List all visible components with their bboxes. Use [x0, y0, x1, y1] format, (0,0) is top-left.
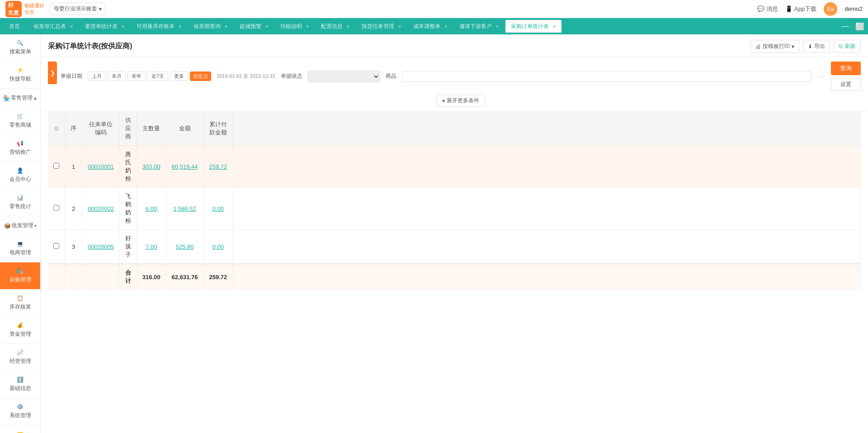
cell-paid[interactable]: 259.72: [203, 146, 233, 188]
col-settings[interactable]: ⚙: [48, 112, 65, 146]
tab-overstock-alert[interactable]: 超储预警 ✕: [234, 20, 274, 33]
date-btn-this-year[interactable]: 本年: [127, 71, 146, 81]
sidebar-item-finance[interactable]: 💰 资金管理: [0, 317, 40, 344]
close-icon[interactable]: ✕: [306, 24, 309, 29]
tab-order-summary[interactable]: 要货单统计表 ✕: [80, 20, 130, 33]
sidebar-item-member[interactable]: 👤 会员中心: [0, 162, 40, 189]
cell-paid[interactable]: 0.00: [203, 188, 233, 230]
sidebar: 🔍 搜索菜单 ⚡ 快捷导航 🏪 零售管理 ▲ 🛒 零售商城 📢 营销推广 👤 会…: [0, 34, 41, 433]
tab-available-stock[interactable]: 可用量库存账本 ✕: [131, 20, 187, 33]
refresh-button[interactable]: ↻ 刷新: [834, 40, 861, 53]
cell-quantity[interactable]: 7.00: [137, 230, 166, 264]
sidebar-item-retail-mall[interactable]: 🛒 零售商城: [0, 108, 40, 135]
col-paid: 累计付款金额: [203, 112, 233, 146]
row-checkbox[interactable]: [53, 243, 59, 249]
header-actions: 🖨 按模板打印 ▾ ⬇ 导出 ↻ 刷新: [750, 40, 861, 53]
table-footer: 合计 316.00 62,631.76 259.72: [48, 264, 861, 290]
sidebar-item-operations[interactable]: 📈 经营管理: [0, 344, 40, 371]
more-options-icon[interactable]: ···: [817, 72, 826, 81]
tab-receive-summary[interactable]: 收发存汇总表 ✕: [28, 20, 79, 33]
tab-home[interactable]: 首页: [2, 20, 27, 33]
sidebar-item-label: 快捷导航: [9, 75, 31, 83]
cell-quantity[interactable]: 6.00: [137, 188, 166, 230]
message-button[interactable]: 💬 消息: [757, 5, 778, 13]
cell-unit-code[interactable]: 00020002: [82, 188, 120, 230]
sidebar-item-inventory[interactable]: 📋 库存核算: [0, 290, 40, 317]
expand-more-button[interactable]: ▾ 展开更多条件: [436, 95, 485, 107]
avatar: Ea: [824, 2, 837, 16]
close-icon[interactable]: ✕: [178, 24, 182, 29]
template-print-button[interactable]: 🖨 按模板打印 ▾: [750, 40, 799, 53]
cell-amount[interactable]: 525.80: [166, 230, 203, 264]
footer-amount: 62,631.76: [166, 264, 203, 290]
sidebar-item-label: 电商管理: [9, 249, 31, 257]
minimize-icon[interactable]: —: [840, 21, 851, 31]
cell-amount[interactable]: 1,586.52: [166, 188, 203, 230]
tab-invite-customer[interactable]: 邀请下游客户 ✕: [454, 20, 505, 33]
sidebar-item-retail-stats[interactable]: 📊 零售统计: [0, 189, 40, 216]
tab-pick-task[interactable]: 拣货任务管理 ✕: [356, 20, 407, 33]
tab-warranty-query[interactable]: 保质期查询 ✕: [188, 20, 233, 33]
export-button[interactable]: ⬇ 导出: [803, 40, 830, 53]
cell-unit-code[interactable]: 00020005: [82, 230, 120, 264]
query-button[interactable]: 查询: [831, 62, 861, 75]
date-btn-last-month[interactable]: 上月: [88, 71, 106, 81]
status-select[interactable]: [308, 71, 380, 82]
sidebar-item-shortcut[interactable]: ⚡ 快捷导航: [0, 62, 40, 89]
close-icon[interactable]: ✕: [552, 24, 556, 29]
cell-no: 2: [65, 188, 82, 230]
logo-area: 好生意 畅捷通好生意: [5, 1, 46, 17]
sidebar-item-enterprise[interactable]: 🤝 企业协同: [0, 425, 40, 433]
date-btn-this-month[interactable]: 本月: [108, 71, 126, 81]
sidebar-item-wholesale[interactable]: 📦 批发管理 ▾: [0, 216, 40, 235]
tab-function-desc[interactable]: 功能说明 ✕: [275, 20, 315, 33]
table-row: 3 00020005 好孩子 7.00 525.80 0.00: [48, 230, 861, 264]
row-checkbox[interactable]: [53, 163, 59, 169]
lightning-icon: ⚡: [17, 67, 24, 73]
sidebar-item-retail[interactable]: 🏪 零售管理 ▲: [0, 89, 40, 108]
close-icon[interactable]: ✕: [70, 24, 73, 29]
sidebar-item-marketing[interactable]: 📢 营销推广: [0, 135, 40, 162]
goods-input[interactable]: [402, 71, 811, 82]
sidebar-item-purchase[interactable]: 🛍️ 采购管理: [0, 262, 40, 290]
btn-refresh-label: 刷新: [845, 43, 856, 50]
close-icon[interactable]: ✕: [346, 24, 350, 29]
date-btn-more[interactable]: 更多: [170, 71, 188, 81]
cell-unit-code[interactable]: 00020001: [82, 146, 120, 188]
cell-amount[interactable]: 60,519.44: [166, 146, 203, 188]
date-btn-7days[interactable]: 近7天: [147, 71, 168, 81]
sidebar-item-ecommerce[interactable]: 💻 电商管理: [0, 235, 40, 262]
collapse-button[interactable]: ❯: [48, 62, 57, 84]
maximize-icon[interactable]: ⬜: [854, 21, 866, 32]
logo-text: 畅捷通好生意: [24, 3, 46, 14]
footer-extra: [233, 264, 861, 290]
close-icon[interactable]: ✕: [398, 24, 401, 29]
tab-purchase-summary[interactable]: 采购订单统计表 ✕: [505, 20, 561, 33]
user-name[interactable]: demo2: [844, 5, 863, 12]
row-checkbox[interactable]: [53, 205, 59, 211]
cell-checkbox[interactable]: [48, 230, 65, 264]
close-icon[interactable]: ✕: [121, 24, 125, 29]
cell-checkbox[interactable]: [48, 146, 65, 188]
close-icon[interactable]: ✕: [444, 24, 448, 29]
tab-cost-adjust[interactable]: 成本调整单 ✕: [408, 20, 453, 33]
cell-quantity[interactable]: 303.00: [137, 146, 166, 188]
app-download-button[interactable]: 📱 App下载: [785, 5, 816, 13]
main-layout: 🔍 搜索菜单 ⚡ 快捷导航 🏪 零售管理 ▲ 🛒 零售商城 📢 营销推广 👤 会…: [0, 34, 868, 433]
sidebar-item-system[interactable]: ⚙️ 系统管理: [0, 398, 40, 425]
logo-icon: 好生意: [5, 1, 22, 17]
footer-row: 合计 316.00 62,631.76 259.72: [48, 264, 861, 290]
workspace-selector[interactable]: 母婴行业演示账套 ▾: [50, 3, 106, 15]
cell-paid[interactable]: 0.00: [203, 230, 233, 264]
date-btn-custom[interactable]: 自定义: [190, 71, 211, 81]
cell-checkbox[interactable]: [48, 188, 65, 230]
tab-config-info[interactable]: 配置信息 ✕: [316, 20, 355, 33]
close-icon[interactable]: ✕: [495, 24, 499, 29]
date-filter-label: 单据日期: [61, 72, 82, 80]
sidebar-item-label: 资金管理: [9, 330, 31, 338]
sidebar-item-basics[interactable]: ℹ️ 基础信息: [0, 371, 40, 398]
close-icon[interactable]: ✕: [265, 24, 269, 29]
settings-button[interactable]: 设置: [831, 78, 861, 91]
close-icon[interactable]: ✕: [224, 24, 228, 29]
sidebar-item-search[interactable]: 🔍 搜索菜单: [0, 34, 40, 62]
